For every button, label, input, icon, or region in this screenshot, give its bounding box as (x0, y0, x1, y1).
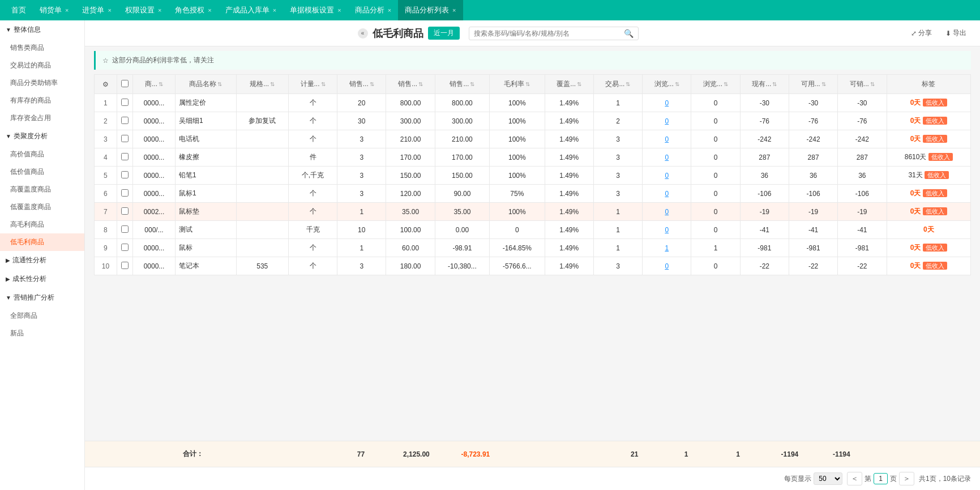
col-stock2[interactable]: 可用...⇅ (789, 75, 837, 94)
sidebar-item-traded-goods[interactable]: 交易过的商品 (0, 57, 84, 74)
row-checkbox-cell[interactable] (117, 130, 132, 148)
time-filter-button[interactable]: 近一月 (428, 27, 460, 40)
sidebar-item-category-rate[interactable]: 商品分类助销率 (0, 74, 84, 92)
view-count1[interactable]: 0 (643, 112, 691, 130)
sidebar-collapse-button[interactable]: « (358, 28, 368, 39)
col-trade[interactable]: 交易...⇅ (593, 75, 642, 94)
sidebar-section-overall-header[interactable]: ▼ 整体信息 (0, 20, 84, 39)
row-checkbox-cell[interactable] (117, 239, 132, 257)
next-page-button[interactable]: ＞ (899, 472, 914, 485)
summary-row: 合计： 77 2,125.00 -8,723.91 21 1 1 -1194 -… (94, 446, 971, 462)
col-coverage[interactable]: 覆盖...⇅ (545, 75, 593, 94)
sidebar-item-low-coverage[interactable]: 低覆盖度商品 (0, 198, 84, 216)
summary-table: 合计： 77 2,125.00 -8,723.91 21 1 1 -1194 -… (94, 446, 971, 462)
row-checkbox-cell[interactable] (117, 94, 132, 112)
close-icon[interactable]: × (208, 7, 211, 14)
search-box: 🔍 (469, 27, 639, 40)
nav-template[interactable]: 单据模板设置× (283, 0, 348, 20)
row-checkbox-cell[interactable] (117, 167, 132, 185)
nav-home[interactable]: 首页 (5, 0, 33, 20)
prev-page-button[interactable]: ＜ (847, 472, 862, 485)
col-stock1[interactable]: 现有...⇅ (740, 75, 789, 94)
close-icon[interactable]: × (158, 7, 161, 14)
col-tag[interactable]: 标签 (887, 75, 970, 94)
close-icon[interactable]: × (108, 7, 111, 14)
view-count1[interactable]: 0 (643, 185, 691, 203)
view-count1[interactable]: 0 (643, 130, 691, 148)
row-checkbox[interactable] (121, 225, 129, 233)
col-unit[interactable]: 计量...⇅ (288, 75, 337, 94)
row-checkbox[interactable] (121, 117, 129, 124)
view-count1[interactable]: 0 (643, 148, 691, 167)
row-checkbox[interactable] (121, 153, 129, 160)
close-icon[interactable]: × (273, 7, 276, 14)
row-checkbox-cell[interactable] (117, 112, 132, 130)
sidebar-section-growth-header[interactable]: ▶ 成长性分析 (0, 270, 84, 288)
sidebar-section-circulation-header[interactable]: ▶ 流通性分析 (0, 251, 84, 270)
nav-roles[interactable]: 角色授权× (168, 0, 218, 20)
col-gross[interactable]: 毛利率⇅ (490, 75, 545, 94)
sidebar-item-high-coverage[interactable]: 高覆盖度商品 (0, 181, 84, 198)
sidebar-item-low-profit[interactable]: 低毛利商品 (0, 233, 84, 251)
export-button[interactable]: ⬇ 导出 (941, 26, 971, 40)
row-checkbox[interactable] (121, 99, 129, 106)
sidebar-item-all-goods[interactable]: 全部商品 (0, 307, 84, 325)
col-view2[interactable]: 浏览...⇅ (691, 75, 740, 94)
row-checkbox-cell[interactable] (117, 148, 132, 167)
col-sale3[interactable]: 销售...⇅ (435, 75, 489, 94)
sidebar-item-high-profit[interactable]: 高毛利商品 (0, 216, 84, 233)
sidebar-item-sales-goods[interactable]: 销售类商品 (0, 39, 84, 57)
col-name[interactable]: 商品名称⇅ (176, 75, 236, 94)
view-count1[interactable]: 0 (643, 203, 691, 221)
col-settings[interactable]: ⚙ (95, 75, 117, 94)
sidebar-section-cluster-header[interactable]: ▼ 类聚度分析 (0, 127, 84, 146)
sidebar-item-stocked-goods[interactable]: 有库存的商品 (0, 92, 84, 109)
view-count1[interactable]: 0 (643, 221, 691, 239)
row-checkbox[interactable] (121, 171, 129, 178)
col-sale1[interactable]: 销售...⇅ (337, 75, 386, 94)
stock-current: -19 (740, 203, 789, 221)
sidebar-item-low-value[interactable]: 低价值商品 (0, 163, 84, 181)
row-checkbox[interactable] (121, 262, 129, 269)
view-count1[interactable]: 0 (643, 94, 691, 112)
nav-goods-analysis-list[interactable]: 商品分析列表× (398, 0, 463, 20)
row-checkbox[interactable] (121, 207, 129, 215)
view-count1[interactable]: 0 (643, 167, 691, 185)
view-count1[interactable]: 0 (643, 257, 691, 275)
row-checkbox-cell[interactable] (117, 185, 132, 203)
share-button[interactable]: ⤢ 分享 (906, 26, 936, 40)
select-all-checkbox[interactable] (121, 80, 129, 87)
col-spec[interactable]: 规格...⇅ (236, 75, 288, 94)
sidebar-item-high-value[interactable]: 高价值商品 (0, 146, 84, 163)
col-checkbox[interactable] (117, 75, 132, 94)
sidebar-item-new-goods[interactable]: 新品 (0, 325, 84, 342)
tag-cell: 0天 低收入 (887, 112, 970, 130)
nav-purchase[interactable]: 进货单× (75, 0, 118, 20)
row-checkbox[interactable] (121, 135, 129, 142)
close-icon[interactable]: × (337, 7, 341, 14)
nav-product-in[interactable]: 产成品入库单× (219, 0, 283, 20)
row-checkbox[interactable] (121, 189, 129, 197)
sidebar-item-stock-capital[interactable]: 库存资金占用 (0, 109, 84, 127)
sale-profit: 210.00 (435, 130, 489, 148)
col-code[interactable]: 商...⇅ (132, 75, 175, 94)
col-stock3[interactable]: 可销...⇅ (838, 75, 887, 94)
nav-goods-analysis[interactable]: 商品分析× (348, 0, 398, 20)
search-input[interactable] (474, 29, 622, 37)
view-count1[interactable]: 1 (643, 239, 691, 257)
per-page-select[interactable]: 50 100 200 (814, 472, 842, 485)
row-checkbox[interactable] (121, 244, 129, 251)
close-icon[interactable]: × (388, 7, 391, 14)
row-checkbox-cell[interactable] (117, 221, 132, 239)
nav-permissions[interactable]: 权限设置× (118, 0, 168, 20)
page-navigation: ＜ 第 1 页 ＞ (847, 472, 914, 485)
close-icon[interactable]: × (65, 7, 69, 14)
sidebar-section-marketing-header[interactable]: ▼ 营销推广分析 (0, 288, 84, 307)
row-checkbox-cell[interactable] (117, 257, 132, 275)
col-view1[interactable]: 浏览...⇅ (643, 75, 691, 94)
row-checkbox-cell[interactable] (117, 203, 132, 221)
col-sale2[interactable]: 销售...⇅ (386, 75, 435, 94)
sale-profit: 170.00 (435, 148, 489, 167)
close-icon[interactable]: × (452, 7, 456, 14)
nav-sales[interactable]: 销货单× (33, 0, 75, 20)
